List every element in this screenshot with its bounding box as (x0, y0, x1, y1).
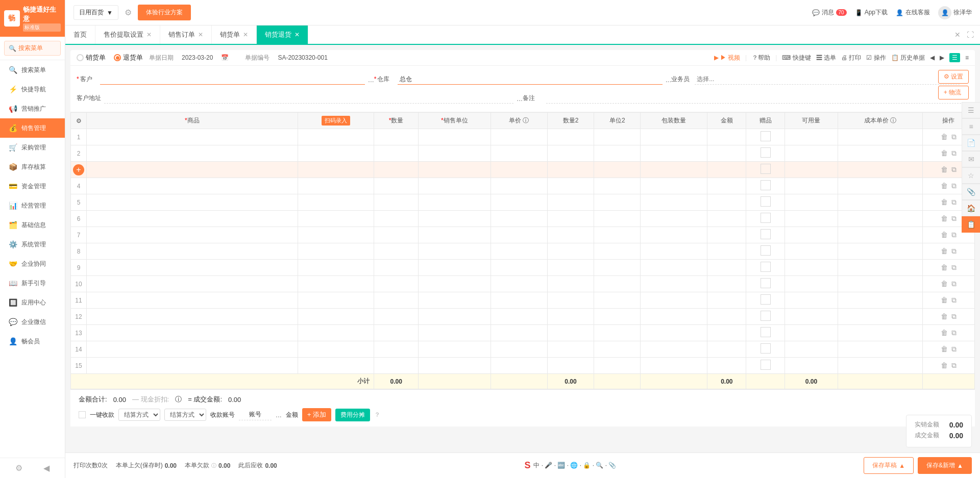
account-dots[interactable]: ... (276, 411, 282, 419)
save-new-button[interactable]: 保存&新增 ▲ (918, 457, 972, 474)
industry-selector[interactable]: 日用百货 ▼ (74, 5, 118, 20)
address-input[interactable] (104, 93, 513, 104)
delete-icon-9[interactable]: 🗑 (941, 263, 948, 271)
settings-bottom-icon[interactable]: ⚙ (15, 463, 22, 473)
history-btn[interactable]: 📋 历史单据 (891, 54, 925, 62)
tab-close-price-set[interactable]: ✕ (146, 31, 152, 38)
settings-corner-btn[interactable]: ⚙ 设置 (938, 70, 969, 84)
tab-sales-order[interactable]: 销售订单✕ (160, 26, 212, 44)
messages-button[interactable]: 💬 消息 70 (812, 8, 847, 17)
tab-home[interactable]: 首页 (65, 26, 95, 44)
tab-close-sales-return[interactable]: ✕ (295, 31, 300, 38)
delete-icon-7[interactable]: 🗑 (941, 231, 948, 239)
copy-icon-14[interactable]: ⧉ (951, 345, 957, 353)
customer-dots[interactable]: ... (368, 76, 374, 84)
sidebar-item-enterprise[interactable]: 🤝 企业协同 (0, 254, 65, 273)
sidebar-item-system[interactable]: ⚙️ 系统管理 (0, 235, 65, 254)
gift-check-12[interactable] (761, 311, 771, 321)
copy-icon-11[interactable]: ⧉ (951, 296, 957, 304)
video-btn[interactable]: ▶ ▶ 视频 (714, 54, 740, 62)
next-btn[interactable]: ▶ (940, 54, 944, 61)
gift-check-14[interactable] (761, 343, 771, 354)
save-draft-button[interactable]: 保存草稿 ▲ (864, 457, 914, 474)
goods-cell-7[interactable] (87, 227, 298, 243)
fee-split-button[interactable]: 费用分摊 (335, 409, 370, 421)
rqb-grid[interactable]: ☰ (962, 102, 980, 118)
add-row-button[interactable]: + (73, 164, 84, 175)
warehouse-input[interactable] (398, 74, 663, 85)
logistics-btn[interactable]: + 物流 (938, 86, 969, 99)
gift-check-15[interactable] (761, 360, 771, 370)
goods-cell-15[interactable] (87, 358, 298, 374)
customer-input[interactable] (100, 74, 365, 85)
delete-icon-3[interactable]: 🗑 (941, 165, 948, 173)
tab-price-set[interactable]: 售价提取设置✕ (95, 26, 160, 44)
remark-input[interactable] (546, 93, 969, 104)
scan-btn[interactable]: 扫码录入 (322, 116, 350, 125)
goods-cell-13[interactable] (87, 325, 298, 341)
rqb-mail[interactable]: ✉ (962, 151, 980, 167)
sidebar-item-apps[interactable]: 🔲 应用中心 (0, 293, 65, 312)
select-btn[interactable]: ☰ 选单 (816, 54, 836, 62)
gift-check-9[interactable] (761, 262, 771, 272)
help-btn[interactable]: ？帮助 (752, 54, 770, 62)
sidebar-item-shortcut[interactable]: ⚡ 快捷导航 (0, 80, 65, 99)
copy-icon-1[interactable]: ⧉ (951, 133, 957, 141)
sidebar-item-wechat[interactable]: 💬 企业微信 (0, 312, 65, 332)
sidebar-item-inventory[interactable]: 📦 库存核算 (0, 157, 65, 177)
add-payment-button[interactable]: + 添加 (302, 408, 332, 421)
rqb-doc[interactable]: 📄 (962, 135, 980, 151)
grid-view-btn[interactable]: ☰ (949, 53, 960, 62)
delete-icon-5[interactable]: 🗑 (941, 198, 948, 206)
collapse-icon[interactable]: ◀ (43, 463, 50, 473)
copy-icon-8[interactable]: ⧉ (951, 247, 957, 255)
print-btn[interactable]: 🖨 打印 (841, 54, 861, 62)
copy-icon-13[interactable]: ⧉ (951, 329, 957, 337)
copy-icon-3[interactable]: ⧉ (951, 165, 957, 173)
gift-check-3[interactable] (761, 164, 771, 174)
list-view-btn[interactable]: ≡ (965, 54, 969, 61)
online-service-button[interactable]: 👤 在线客服 (896, 8, 930, 17)
rqb-star[interactable]: ☆ (962, 167, 980, 184)
gift-check-6[interactable] (761, 213, 771, 223)
goods-cell-8[interactable] (87, 243, 298, 260)
goods-cell-10[interactable] (87, 276, 298, 292)
goods-cell-1[interactable] (87, 129, 298, 145)
goods-cell-12[interactable] (87, 309, 298, 325)
delete-icon-1[interactable]: 🗑 (941, 133, 948, 141)
tab-sales-delivery[interactable]: 销货单✕ (212, 26, 257, 44)
rqb-active[interactable]: 📋 (962, 216, 980, 233)
calc-method-select[interactable]: 结算方式 (164, 409, 206, 421)
staff-input[interactable] (695, 74, 960, 85)
goods-cell-9[interactable] (87, 260, 298, 276)
delete-icon-13[interactable]: 🗑 (941, 329, 948, 337)
account-input[interactable]: 账号 (239, 409, 272, 420)
discount-help-icon[interactable]: ⓘ (175, 395, 182, 404)
delete-icon-10[interactable]: 🗑 (941, 280, 948, 288)
goods-cell-14[interactable] (87, 341, 298, 358)
copy-icon-6[interactable]: ⧉ (951, 214, 957, 222)
sidebar-item-marketing[interactable]: 📢 营销推广 (0, 99, 65, 118)
sidebar-item-search[interactable]: 🔍 搜索菜单 (0, 60, 65, 80)
gift-check-5[interactable] (761, 196, 771, 207)
delete-icon-2[interactable]: 🗑 (941, 149, 948, 157)
experience-button[interactable]: 体验行业方案 (138, 5, 191, 20)
header-settings-icon[interactable]: ⚙ (125, 8, 132, 17)
gift-check-10[interactable] (761, 278, 771, 288)
search-menu-button[interactable]: 🔍 搜索菜单 (4, 41, 61, 56)
user-profile[interactable]: 👤 徐泽华 (938, 6, 972, 19)
goods-cell-4[interactable] (87, 178, 298, 194)
tab-close-sales-order[interactable]: ✕ (198, 31, 203, 38)
gift-check-11[interactable] (761, 294, 771, 305)
gift-check-8[interactable] (761, 245, 771, 256)
sidebar-item-guide[interactable]: 📖 新手引导 (0, 273, 65, 293)
delete-icon-15[interactable]: 🗑 (941, 361, 948, 369)
account-method-select[interactable]: 结算方式 (118, 409, 160, 421)
warehouse-dots[interactable]: ... (666, 76, 672, 84)
goods-cell-11[interactable] (87, 292, 298, 309)
gift-check-1[interactable] (761, 131, 771, 141)
sidebar-item-sales[interactable]: 💰 销售管理 (0, 118, 65, 138)
goods-cell-3[interactable] (87, 162, 298, 178)
rqb-home[interactable]: 🏠 (962, 200, 980, 216)
col-settings[interactable]: ⚙ (71, 113, 87, 129)
